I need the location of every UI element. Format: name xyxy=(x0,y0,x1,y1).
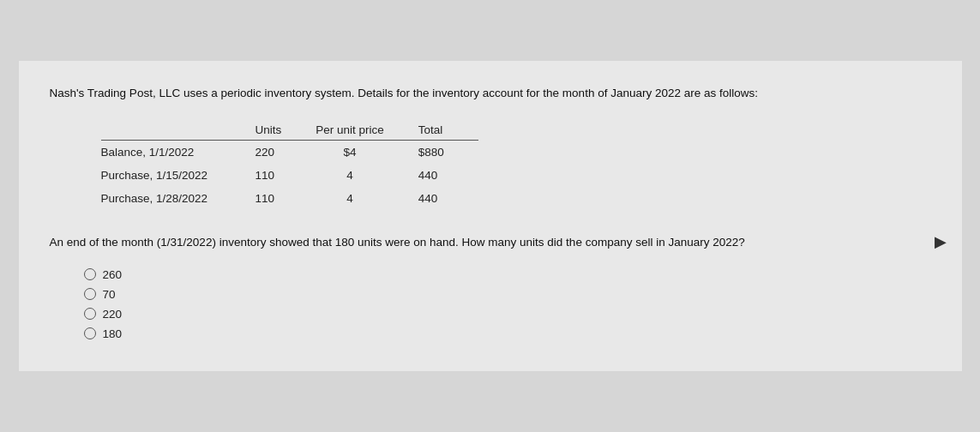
option-180[interactable]: 180 xyxy=(84,327,931,340)
radio-button-icon xyxy=(84,327,96,339)
content-card: Nash's Trading Post, LLC uses a periodic… xyxy=(19,61,962,371)
row-total: 440 xyxy=(418,164,478,187)
row-label: Purchase, 1/28/2022 xyxy=(101,187,256,210)
row-price: 4 xyxy=(316,164,418,187)
intro-paragraph: Nash's Trading Post, LLC uses a periodic… xyxy=(50,85,931,102)
table-row: Purchase, 1/15/20221104440 xyxy=(101,164,478,187)
row-units: 110 xyxy=(256,164,316,187)
row-units: 220 xyxy=(256,140,316,164)
option-label: 220 xyxy=(103,308,123,321)
option-70[interactable]: 70 xyxy=(84,288,931,301)
radio-button-icon xyxy=(84,308,96,320)
cursor-arrow-icon: ▶ xyxy=(935,232,947,251)
table-row: Purchase, 1/28/20221104440 xyxy=(101,187,478,210)
row-units: 110 xyxy=(256,187,316,210)
row-price: $4 xyxy=(316,140,418,164)
inventory-table: Units Per unit price Total Balance, 1/1/… xyxy=(101,123,478,210)
option-260[interactable]: 260 xyxy=(84,268,931,281)
row-label: Balance, 1/1/2022 xyxy=(101,140,256,164)
radio-button-icon xyxy=(84,268,96,280)
col-header-total: Total xyxy=(418,123,478,141)
table-row: Balance, 1/1/2022220$4$880 xyxy=(101,140,478,164)
row-total: $880 xyxy=(418,140,478,164)
col-header-price: Per unit price xyxy=(316,123,418,141)
row-total: 440 xyxy=(418,187,478,210)
inventory-table-wrapper: Units Per unit price Total Balance, 1/1/… xyxy=(101,123,931,210)
row-price: 4 xyxy=(316,187,418,210)
answer-options: 26070220180 xyxy=(84,268,931,340)
col-header-units: Units xyxy=(256,123,316,141)
option-220[interactable]: 220 xyxy=(84,308,931,321)
col-header-label xyxy=(101,123,256,141)
row-label: Purchase, 1/15/2022 xyxy=(101,164,256,187)
option-label: 260 xyxy=(103,268,123,281)
question-paragraph: An end of the month (1/31/2022) inventor… xyxy=(50,234,931,251)
option-label: 180 xyxy=(103,327,123,340)
option-label: 70 xyxy=(103,288,116,301)
radio-button-icon xyxy=(84,288,96,300)
